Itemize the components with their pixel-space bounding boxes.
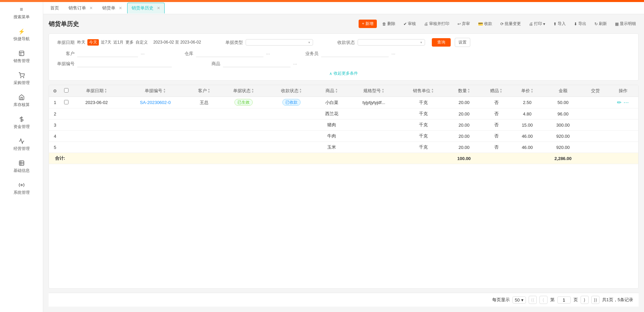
row-checkbox[interactable] xyxy=(64,100,68,104)
sort-customer[interactable]: 客户▲▼ xyxy=(198,88,210,94)
filter-panel: 单据日期 昨天 今天 近7天 近1月 更多 自定义 2023-06-02 至 2… xyxy=(49,33,639,81)
tab-sales-delivery-close[interactable]: ✕ xyxy=(119,6,122,10)
sidebar-item-inventory[interactable]: 库存核算 xyxy=(0,90,43,112)
shortcut-1month[interactable]: 近1月 xyxy=(113,40,124,45)
export-button[interactable]: ⬇ 导出 xyxy=(571,20,589,28)
sidebar-item-operations[interactable]: 经营管理 xyxy=(0,134,43,156)
audit-print-button[interactable]: 🖨 审核并打印 xyxy=(421,20,452,28)
warehouse-ellipsis[interactable]: ··· xyxy=(266,51,270,56)
warehouse-input[interactable] xyxy=(196,50,263,57)
col-docnum-header[interactable]: 单据编号▲▼ xyxy=(122,85,189,97)
col-gift-header[interactable]: 赠品▲▼ xyxy=(481,85,512,97)
abandon-button[interactable]: ↩ 弃审 xyxy=(455,20,473,28)
shortcut-7days[interactable]: 近7天 xyxy=(101,40,111,45)
sidebar-item-finance[interactable]: 资金管理 xyxy=(0,112,43,134)
agent-ellipsis[interactable]: ··· xyxy=(391,51,395,56)
date-label: 单据日期 xyxy=(54,40,75,46)
next-page-button[interactable]: ⟩ xyxy=(581,296,589,304)
sort-price[interactable]: 单价▲▼ xyxy=(521,88,533,94)
sidebar-item-system-mgmt[interactable]: 系统管理 xyxy=(0,178,43,200)
collect-button[interactable]: 💳 收款 xyxy=(475,20,495,28)
batch-change-button[interactable]: ⟳ 批量变更 xyxy=(498,20,524,28)
tab-sales-delivery-label: 销货单 xyxy=(102,5,115,11)
goods-input[interactable] xyxy=(223,60,290,67)
sort-docnum[interactable]: 单据编号▲▼ xyxy=(145,88,166,94)
operations-icon xyxy=(18,138,25,145)
cell-transaction xyxy=(583,131,608,142)
audit-button[interactable]: ✔ 审核 xyxy=(401,20,419,28)
tab-sales-delivery[interactable]: 销货单 ✕ xyxy=(98,3,127,14)
col-customer-header[interactable]: 客户▲▼ xyxy=(189,85,220,97)
doc-num-link[interactable]: SA-20230602-0 xyxy=(140,100,171,105)
sort-goods[interactable]: 商品▲▼ xyxy=(326,88,338,94)
date-range-value[interactable]: 2023-06-02 至 2023-06-02 xyxy=(153,40,201,45)
sidebar-item-quick-nav[interactable]: ⚡ 快捷导航 xyxy=(0,24,43,46)
agent-label: 业务员 xyxy=(298,51,318,57)
col-qty-header[interactable]: 数量▲▼ xyxy=(447,85,481,97)
col-spec-header[interactable]: 规格型号▲▼ xyxy=(348,85,399,97)
col-goods-header[interactable]: 商品▲▼ xyxy=(315,85,348,97)
tab-sales-history[interactable]: 销货单历史 ✕ xyxy=(127,3,165,14)
col-docstatus-header[interactable]: 单据状态▲▼ xyxy=(220,85,268,97)
shortcut-custom[interactable]: 自定义 xyxy=(136,40,148,45)
table-row: 4 牛肉 千克 20.00 否 46.00 920.00 xyxy=(49,131,638,142)
more-action-btn[interactable]: ⋯ xyxy=(623,99,629,106)
sort-qty[interactable]: 数量▲▼ xyxy=(458,88,470,94)
new-button[interactable]: + 新增 xyxy=(359,20,377,28)
goods-ellipsis[interactable]: ··· xyxy=(293,61,297,67)
sidebar-item-basic-info[interactable]: 基础信息 xyxy=(0,156,43,178)
prev-page-button[interactable]: ⟨ xyxy=(539,296,548,304)
col-price-header[interactable]: 单价▲▼ xyxy=(512,85,543,97)
doc-status-badge: 已生效 xyxy=(234,99,253,106)
shortcut-today[interactable]: 今天 xyxy=(87,39,99,46)
sort-gift[interactable]: 赠品▲▼ xyxy=(490,88,502,94)
first-page-button[interactable]: ⟨⟨ xyxy=(529,296,537,304)
sort-unit[interactable]: 销售单位▲▼ xyxy=(413,88,434,94)
refresh-button[interactable]: ↻ 刷新 xyxy=(592,20,610,28)
cell-amount: 920.00 xyxy=(543,142,583,153)
collapse-button[interactable]: ∧ 收起更多条件 xyxy=(54,71,633,76)
tab-sales-history-close[interactable]: ✕ xyxy=(157,6,160,10)
docnum-input[interactable] xyxy=(77,60,172,67)
customer-ellipsis[interactable]: ··· xyxy=(141,51,145,56)
shortcut-more[interactable]: 更多 xyxy=(125,40,134,45)
select-all-checkbox[interactable] xyxy=(64,88,68,93)
show-detail-button[interactable]: ▦ 显示明细 xyxy=(612,20,639,28)
delete-button[interactable]: 🗑 删除 xyxy=(380,20,398,28)
tab-sales-order[interactable]: 销售订单 ✕ xyxy=(64,3,97,14)
cell-docstatus xyxy=(220,142,268,153)
page-number-input[interactable] xyxy=(557,296,571,304)
last-page-button[interactable]: ⟩⟩ xyxy=(591,296,599,304)
svg-point-8 xyxy=(21,184,22,186)
tab-home[interactable]: 首页 xyxy=(46,3,63,14)
col-settings[interactable]: ⚙ xyxy=(49,85,61,97)
cell-transaction xyxy=(583,97,608,108)
col-unit-header[interactable]: 销售单位▲▼ xyxy=(399,85,447,97)
sidebar-item-search-menu[interactable]: ≡ 搜索菜单 xyxy=(0,2,43,24)
agent-input[interactable] xyxy=(321,50,389,57)
col-paystatus-header[interactable]: 收款状态▲▼ xyxy=(268,85,315,97)
sort-paystatus[interactable]: 收款状态▲▼ xyxy=(281,88,302,94)
tab-bar: 首页 销售订单 ✕ 销货单 ✕ 销货单历史 ✕ xyxy=(43,2,644,14)
type-select[interactable]: ▾ xyxy=(246,39,313,46)
sidebar-item-purchase-mgmt[interactable]: 采购管理 xyxy=(0,68,43,90)
sort-spec[interactable]: 规格型号▲▼ xyxy=(363,88,384,94)
customer-input[interactable] xyxy=(77,50,138,57)
payment-select[interactable]: ▾ xyxy=(358,39,425,46)
toolbar: + 新增 🗑 删除 ✔ 审核 🖨 审核并打印 ↩ xyxy=(359,20,639,28)
print-button[interactable]: 🖨 打印 ▾ xyxy=(526,20,548,28)
tab-sales-order-close[interactable]: ✕ xyxy=(89,6,93,10)
col-date-header[interactable]: 单据日期▲▼ xyxy=(71,85,122,97)
page-size-select[interactable]: 50 ▾ xyxy=(512,296,526,304)
cell-customer xyxy=(189,120,220,131)
sidebar-item-sales-mgmt[interactable]: 销售管理 xyxy=(0,46,43,68)
import-button[interactable]: ⬆ 导入 xyxy=(551,20,568,28)
edit-action-btn[interactable]: ✏ xyxy=(617,99,621,106)
shortcut-yesterday[interactable]: 昨天 xyxy=(77,40,85,45)
cell-transaction xyxy=(583,142,608,153)
sort-date[interactable]: 单据日期▲▼ xyxy=(86,88,107,94)
quick-nav-icon: ⚡ xyxy=(18,28,25,35)
sort-docstatus[interactable]: 单据状态▲▼ xyxy=(233,88,254,94)
query-button[interactable]: 查询 xyxy=(432,38,451,47)
settings-filter-button[interactable]: 设置 xyxy=(455,38,470,47)
